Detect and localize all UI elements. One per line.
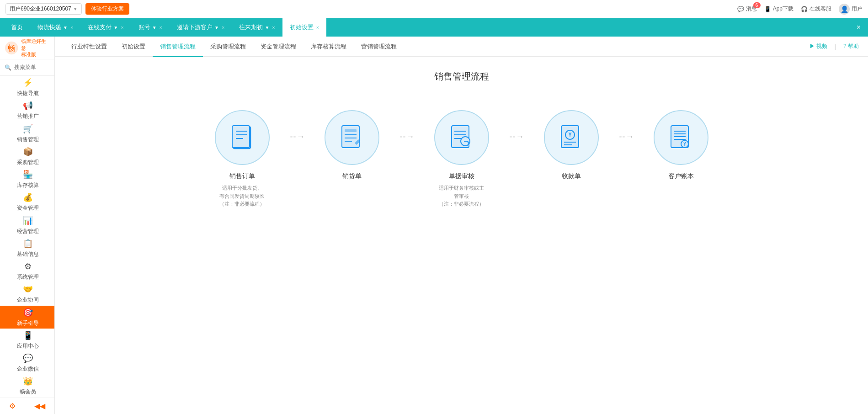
close-icon[interactable]: × xyxy=(316,25,319,30)
sub-tab-industry[interactable]: 行业特性设置 xyxy=(64,37,114,57)
tab-period-label: 往来期初 xyxy=(239,23,263,32)
app-download-label: App下载 xyxy=(773,5,793,13)
content-area: 行业特性设置 初始设置 销售管理流程 采购管理流程 资金管理流程 库存核算流程 … xyxy=(55,37,868,414)
sub-tab-industry-label: 行业特性设置 xyxy=(71,42,107,51)
tab-logistics[interactable]: 物流快递 ▼ × xyxy=(30,18,80,37)
sidebar-item-label: 营销推广 xyxy=(17,112,39,120)
sub-tab-marketing-flow-label: 营销管理流程 xyxy=(361,42,397,51)
divider: | xyxy=(835,43,836,50)
sidebar-item-marketing[interactable]: 📢 营销推广 xyxy=(0,99,54,122)
sub-tabs: 行业特性设置 初始设置 销售管理流程 采购管理流程 资金管理流程 库存核算流程 … xyxy=(55,37,868,57)
svg-rect-11 xyxy=(345,129,357,132)
sidebar-item-purchase[interactable]: 📦 采购管理 xyxy=(0,145,54,168)
tab-account[interactable]: 账号 ▼ × xyxy=(131,18,170,37)
sub-tab-sales-flow[interactable]: 销售管理流程 xyxy=(153,37,203,57)
sidebar-item-operation[interactable]: 📊 经营管理 xyxy=(0,214,54,237)
receipt-icon: ¥ xyxy=(558,124,585,151)
finance-icon: 💰 xyxy=(23,192,33,202)
help-link[interactable]: ? 帮助 xyxy=(843,42,859,50)
sidebar-item-sales[interactable]: 🛒 销售管理 xyxy=(0,122,54,145)
tab-account-label: 账号 xyxy=(138,23,150,32)
question-icon: ? xyxy=(843,43,847,49)
search-label: 搜索菜单 xyxy=(14,64,36,71)
quick-nav-icon: ⚡ xyxy=(23,78,33,88)
close-icon[interactable]: × xyxy=(160,25,162,30)
video-link[interactable]: ▶ 视频 xyxy=(809,42,827,50)
flow-step-audit: 单据审核 适用于财务审核或主管审核（注：非必要流程） xyxy=(421,110,503,208)
avatar: 👤 xyxy=(839,4,850,15)
chevron-down-icon: ▼ xyxy=(73,6,78,11)
close-icon[interactable]: × xyxy=(272,25,275,30)
sidebar-item-label: 经营管理 xyxy=(17,228,39,235)
tab-invite-label: 邀请下游客户 xyxy=(177,23,213,32)
help-label: 帮助 xyxy=(848,43,859,49)
sidebar-item-label: 资金管理 xyxy=(17,204,39,212)
sidebar-item-member[interactable]: 👑 畅会员 xyxy=(0,375,54,398)
sidebar-logo-text: 畅库通好生意 标准版 xyxy=(21,38,50,58)
sidebar-search[interactable]: 🔍 搜索菜单 xyxy=(0,59,54,76)
sidebar-item-finance[interactable]: 💰 资金管理 xyxy=(0,191,54,214)
close-all-tabs-button[interactable]: × xyxy=(853,23,864,32)
sidebar-item-inventory[interactable]: 🏪 库存核算 xyxy=(0,168,54,191)
close-icon[interactable]: × xyxy=(121,25,123,30)
sub-tab-marketing-flow[interactable]: 营销管理流程 xyxy=(354,37,404,57)
sidebar-bottom: ⚙ ◀◀ xyxy=(0,398,54,414)
sidebar-item-wechat[interactable]: 💬 企业微信 xyxy=(0,352,54,375)
nav-tabs: 首页 物流快递 ▼ × 在线支付 ▼ × 账号 ▼ × 邀请下游客户 ▼ × 往… xyxy=(0,18,868,37)
tab-logistics-label: 物流快递 xyxy=(37,23,61,32)
flow-label-sales-invoice: 销货单 xyxy=(342,172,362,180)
tab-init[interactable]: 初始设置 × xyxy=(282,18,326,37)
collapse-button[interactable]: ◀◀ xyxy=(34,402,45,410)
flow-label-sales-order: 销售订单 xyxy=(229,172,255,180)
sub-tab-purchase-flow[interactable]: 采购管理流程 xyxy=(203,37,253,57)
user-avatar-item[interactable]: 👤 用户 xyxy=(839,4,863,15)
chevron-down-icon: ▼ xyxy=(152,25,157,30)
experience-button[interactable]: 体验行业方案 xyxy=(85,3,129,15)
tab-home[interactable]: 首页 xyxy=(4,18,30,37)
flow-step-sales-invoice: 销货单 xyxy=(311,110,393,184)
video-label: 视频 xyxy=(816,43,827,49)
user-select[interactable]: 用户690企业1660120507 ▼ xyxy=(5,3,82,15)
flow-circle-customer-ledger: ¥ xyxy=(654,110,708,165)
chevron-down-icon: ▼ xyxy=(63,25,68,30)
user-name-label: 用户 xyxy=(852,5,863,13)
sub-tab-purchase-flow-label: 采购管理流程 xyxy=(210,42,246,51)
sub-tab-init-settings[interactable]: 初始设置 xyxy=(114,37,153,57)
sidebar: 畅 畅库通好生意 标准版 🔍 搜索菜单 ⚡ 快捷导航 📢 营销推广 🛒 销售管理… xyxy=(0,37,55,414)
sub-tab-inventory-flow[interactable]: 库存核算流程 xyxy=(304,37,354,57)
marketing-icon: 📢 xyxy=(23,101,33,111)
close-icon[interactable]: × xyxy=(70,25,73,30)
online-service-label: 在线客服 xyxy=(809,5,831,13)
sidebar-logo: 畅 畅库通好生意 标准版 xyxy=(0,37,54,59)
message-item[interactable]: 💬 消息 6 xyxy=(737,5,757,13)
flow-label-audit: 单据审核 xyxy=(449,172,474,180)
close-icon[interactable]: × xyxy=(222,25,224,30)
message-badge: 6 xyxy=(753,2,761,8)
flow-label-customer-ledger: 客户账本 xyxy=(668,172,694,180)
main-layout: 畅 畅库通好生意 标准版 🔍 搜索菜单 ⚡ 快捷导航 📢 营销推广 🛒 销售管理… xyxy=(0,37,868,414)
sidebar-item-label: 新手引导 xyxy=(17,319,39,327)
flow-arrow-3: - - → xyxy=(503,110,530,142)
top-bar-right: 💬 消息 6 📱 App下载 🎧 在线客服 👤 用户 xyxy=(737,4,863,15)
sub-tab-finance-flow[interactable]: 资金管理流程 xyxy=(253,37,304,57)
online-service-item[interactable]: 🎧 在线客服 xyxy=(801,5,831,13)
tab-invite[interactable]: 邀请下游客户 ▼ × xyxy=(170,18,232,37)
tab-payment[interactable]: 在线支付 ▼ × xyxy=(80,18,131,37)
flow-circle-receipt: ¥ xyxy=(544,110,599,165)
member-icon: 👑 xyxy=(23,376,33,386)
sidebar-item-system[interactable]: ⚙ 系统管理 xyxy=(0,260,54,282)
sales-order-icon xyxy=(229,124,256,151)
svg-text:¥: ¥ xyxy=(683,142,686,147)
svg-text:¥: ¥ xyxy=(568,132,571,138)
logo-icon: 畅 xyxy=(5,41,18,55)
settings-button[interactable]: ⚙ xyxy=(9,402,16,410)
app-download-item[interactable]: 📱 App下载 xyxy=(764,5,793,13)
sidebar-item-basic[interactable]: 📋 基础信息 xyxy=(0,237,54,260)
tab-period[interactable]: 往来期初 ▼ × xyxy=(232,18,282,37)
sidebar-item-newbie[interactable]: 🎯 新手引导 xyxy=(0,306,54,329)
sidebar-item-quick-nav[interactable]: ⚡ 快捷导航 xyxy=(0,76,54,99)
sidebar-item-label: 企业微信 xyxy=(17,365,39,373)
sales-invoice-icon xyxy=(338,124,366,151)
sidebar-item-collab[interactable]: 🤝 企业协同 xyxy=(0,283,54,306)
sidebar-item-apps[interactable]: 📱 应用中心 xyxy=(0,329,54,351)
